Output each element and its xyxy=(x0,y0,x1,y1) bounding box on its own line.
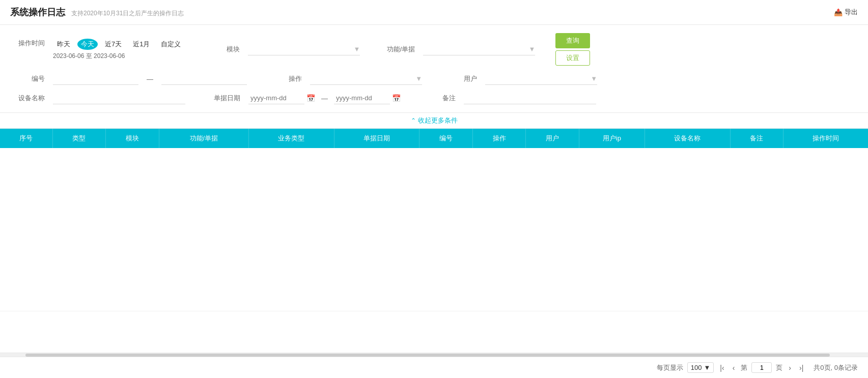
filter-row-1: 操作时间 昨天 今天 近7天 近1月 自定义 2023-06-06 至 2023… xyxy=(10,33,858,66)
function-label: 功能/单据 xyxy=(380,45,415,54)
col-serial-no: 编号 xyxy=(419,129,472,148)
user-dropdown-arrow: ▼ xyxy=(591,75,597,82)
device-input[interactable] xyxy=(53,92,185,104)
bill-date-label: 单据日期 xyxy=(206,94,240,103)
per-page-label: 每页显示 xyxy=(657,363,683,372)
first-page-button[interactable]: |‹ xyxy=(718,363,726,373)
serial-dash: — xyxy=(147,75,153,83)
table-header: 序号 类型 模块 功能/单据 业务类型 单据日期 编号 操作 用户 用户ip 设… xyxy=(0,129,868,148)
operation-dropdown-arrow: ▼ xyxy=(415,75,422,82)
col-device: 设备名称 xyxy=(645,129,730,148)
device-label: 设备名称 xyxy=(10,94,45,103)
export-button[interactable]: 📤 导出 xyxy=(834,8,858,17)
function-dropdown-arrow: ▼ xyxy=(529,45,536,53)
filter-row-3: 设备名称 单据日期 📅 — 📅 备注 xyxy=(10,92,858,104)
col-type: 类型 xyxy=(52,129,105,148)
scrollbar-thumb[interactable] xyxy=(25,354,830,357)
col-user: 用户 xyxy=(526,129,579,148)
remark-label: 备注 xyxy=(421,94,456,103)
user-label: 用户 xyxy=(442,74,477,83)
table-body xyxy=(0,148,868,311)
module-label: 模块 xyxy=(205,45,240,54)
empty-area xyxy=(0,148,868,311)
page-label: 第 xyxy=(741,363,747,372)
col-serial: 序号 xyxy=(0,129,52,148)
per-page-select[interactable]: 100 ▼ xyxy=(687,362,714,373)
col-function: 功能/单据 xyxy=(159,129,248,148)
module-select[interactable]: ▼ xyxy=(248,43,360,55)
function-select[interactable]: ▼ xyxy=(423,43,535,55)
horizontal-scrollbar[interactable] xyxy=(0,353,868,357)
collapse-label: 收起更多条件 xyxy=(418,116,458,125)
time-filter-group: 昨天 今天 近7天 近1月 自定义 2023-06-06 至 2023-06-0… xyxy=(53,39,185,61)
per-page-value: 100 xyxy=(691,364,702,371)
operation-select[interactable]: ▼ xyxy=(310,73,422,85)
time-range: 2023-06-06 至 2023-06-06 xyxy=(53,52,185,61)
user-select[interactable]: ▼ xyxy=(485,73,597,85)
serial-label: 编号 xyxy=(10,74,45,83)
col-biz-type: 业务类型 xyxy=(249,129,334,148)
calendar-end-icon[interactable]: 📅 xyxy=(392,94,401,102)
query-button[interactable]: 查询 xyxy=(555,33,590,48)
operation-label: 操作 xyxy=(267,74,302,83)
col-operation: 操作 xyxy=(472,129,525,148)
time-btn-today[interactable]: 今天 xyxy=(77,39,98,50)
total-text: 共0页, 0条记录 xyxy=(814,363,858,372)
time-btn-yesterday[interactable]: 昨天 xyxy=(53,39,74,50)
calendar-start-icon[interactable]: 📅 xyxy=(306,94,315,102)
col-op-time: 操作时间 xyxy=(783,129,868,148)
page-subtitle: 支持2020年10月31日之后产生的操作日志 xyxy=(71,9,184,18)
prev-page-button[interactable]: ‹ xyxy=(731,363,737,373)
bill-date-start[interactable] xyxy=(248,92,304,104)
col-remark: 备注 xyxy=(730,129,783,148)
collapse-icon: ⌃ xyxy=(411,117,416,124)
page-header: 系统操作日志 支持2020年10月31日之后产生的操作日志 📤 导出 xyxy=(0,0,868,25)
data-table: 序号 类型 模块 功能/单据 业务类型 单据日期 编号 操作 用户 用户ip 设… xyxy=(0,129,868,311)
time-btn-custom[interactable]: 自定义 xyxy=(157,39,185,50)
col-user-ip: 用户ip xyxy=(579,129,645,148)
table-wrapper: 序号 类型 模块 功能/单据 业务类型 单据日期 编号 操作 用户 用户ip 设… xyxy=(0,129,868,353)
collapse-button[interactable]: ⌃ 收起更多条件 xyxy=(411,116,458,125)
time-btn-7days[interactable]: 近7天 xyxy=(101,39,126,50)
settings-button[interactable]: 设置 xyxy=(555,50,590,66)
col-bill-date: 单据日期 xyxy=(334,129,419,148)
col-module: 模块 xyxy=(106,129,159,148)
filter-row-2: 编号 — 操作 ▼ 用户 ▼ xyxy=(10,73,858,85)
bill-date-group: 📅 — 📅 xyxy=(248,92,401,104)
current-page-input[interactable] xyxy=(751,362,772,373)
bill-date-end[interactable] xyxy=(334,92,390,104)
last-page-button[interactable]: ›| xyxy=(797,363,805,373)
page-unit: 页 xyxy=(776,363,782,372)
serial-input-end[interactable] xyxy=(161,73,247,85)
export-icon: 📤 xyxy=(834,8,843,16)
page-title: 系统操作日志 xyxy=(10,6,65,18)
export-label: 导出 xyxy=(845,8,858,17)
remark-input[interactable] xyxy=(464,92,596,104)
per-page-arrow: ▼ xyxy=(704,364,710,371)
collapse-row: ⌃ 收起更多条件 xyxy=(0,113,868,129)
time-btn-1month[interactable]: 近1月 xyxy=(129,39,154,50)
next-page-button[interactable]: › xyxy=(787,363,793,373)
module-dropdown-arrow: ▼ xyxy=(354,45,360,53)
time-label: 操作时间 xyxy=(10,39,45,48)
pagination-bar: 每页显示 100 ▼ |‹ ‹ 第 页 › ›| 共0页, 0条记录 xyxy=(0,357,868,378)
date-dash: — xyxy=(321,95,328,102)
filter-area: 操作时间 昨天 今天 近7天 近1月 自定义 2023-06-06 至 2023… xyxy=(0,25,868,113)
empty-row xyxy=(0,148,868,311)
table-header-row: 序号 类型 模块 功能/单据 业务类型 单据日期 编号 操作 用户 用户ip 设… xyxy=(0,129,868,148)
serial-input-start[interactable] xyxy=(53,73,138,85)
